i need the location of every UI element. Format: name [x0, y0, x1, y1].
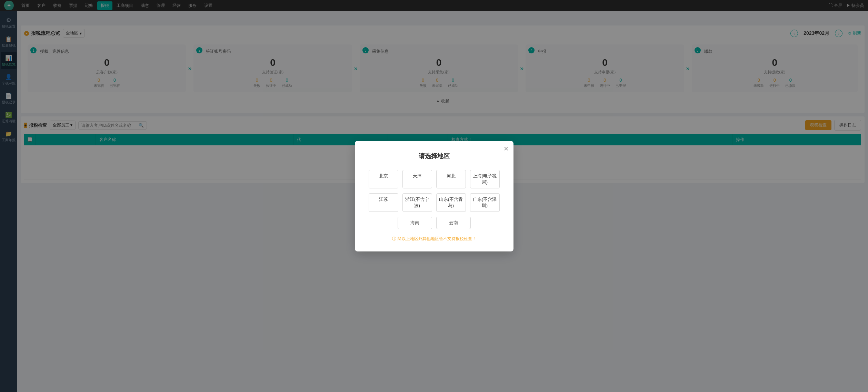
modal-regions-row1: 北京天津河北上海(电子税局) — [369, 170, 500, 188]
region-btn-浙江(不含宁波)[interactable]: 浙江(不含宁波) — [402, 193, 432, 212]
region-select-modal: ✕ 请选择地区 北京天津河北上海(电子税局) 江苏浙江(不含宁波)山东(不含青岛… — [355, 141, 513, 251]
region-btn-海南[interactable]: 海南 — [398, 217, 432, 229]
region-btn-上海(电子税局)[interactable]: 上海(电子税局) — [470, 170, 500, 188]
modal-close-btn[interactable]: ✕ — [503, 145, 509, 153]
modal-title: 请选择地区 — [369, 152, 500, 160]
warning-icon: ⓘ — [392, 236, 396, 242]
region-btn-江苏[interactable]: 江苏 — [369, 193, 398, 212]
region-btn-天津[interactable]: 天津 — [402, 170, 432, 188]
region-btn-河北[interactable]: 河北 — [436, 170, 466, 188]
modal-warning: ⓘ 除以上地区外其他地区暂不支持报税检查！ — [369, 236, 500, 242]
region-btn-北京[interactable]: 北京 — [369, 170, 398, 188]
modal-regions-row2: 江苏浙江(不含宁波)山东(不含青岛)广东(不含深圳) — [369, 193, 500, 212]
region-btn-广东(不含深圳)[interactable]: 广东(不含深圳) — [470, 193, 500, 212]
modal-regions-row3: 海南云南 — [369, 217, 500, 229]
region-btn-山东(不含青岛)[interactable]: 山东(不含青岛) — [436, 193, 466, 212]
region-btn-云南[interactable]: 云南 — [436, 217, 471, 229]
modal-overlay: ✕ 请选择地区 北京天津河北上海(电子税局) 江苏浙江(不含宁波)山东(不含青岛… — [0, 0, 868, 392]
